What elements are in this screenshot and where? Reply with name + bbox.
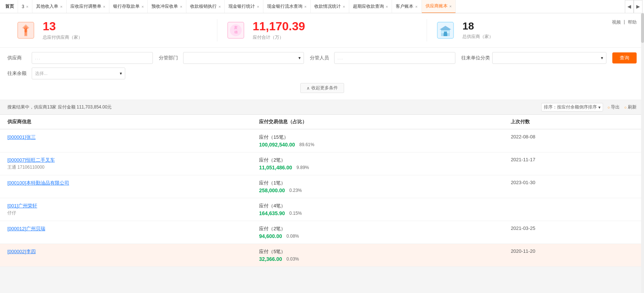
table-row: [000002]李四 应付 （5笔） 32,366.00 0.03% 2020-… [0, 244, 644, 267]
supplier-link[interactable]: [001]广州荣轩 [7, 203, 259, 209]
nav-tab-1[interactable]: 3 × [18, 0, 32, 13]
supplier-link[interactable]: [000002]李四 [7, 248, 259, 255]
nav-tab-overdue[interactable]: 超期应收款查询 × [349, 0, 392, 13]
tx-count: （15笔） [269, 134, 288, 141]
last-pay-cell: 2021-03-25 [511, 225, 637, 231]
supplier-input[interactable]: ... [32, 52, 153, 64]
top-right-links: 视频 | 帮助 [612, 19, 637, 25]
video-link[interactable]: 视频 [612, 19, 621, 25]
stat-payable-suppliers: ¥ 13 总应付供应商（家） [7, 19, 217, 41]
nav-tab-customer-ledger[interactable]: 客户账本 × [392, 0, 421, 13]
table-row: [000001]张三 应付 （15笔） 100,092,540.00 89.61… [0, 130, 644, 152]
col-supplier-info: 供应商信息 [7, 118, 259, 125]
close-icon[interactable]: × [180, 4, 182, 9]
col-last-payment: 上次付数 [511, 118, 637, 125]
transaction-cell: 应付 （2笔） 94,600.00 0.08% [259, 225, 511, 239]
last-pay-date: 2021-03-25 [511, 225, 535, 231]
transaction-cell: 应付 （15笔） 100,092,540.00 89.61% [259, 134, 511, 148]
table-row: [000007]恒旺二手叉车 王通 17106110000 应付 （2笔） 11… [0, 152, 644, 175]
last-pay-cell: 2022-08-08 [511, 134, 637, 139]
tx-percent: 89.61% [300, 142, 315, 147]
search-button[interactable]: 查询 [612, 52, 637, 63]
nav-tab-customer-ledger-label: 客户账本 [396, 3, 413, 10]
supplier-link[interactable]: [000007]恒旺二手叉车 [7, 157, 259, 163]
tx-label: 应付 [259, 225, 269, 232]
collapse-button[interactable]: ∧ 收起更多条件 [300, 83, 344, 93]
close-icon[interactable]: × [304, 4, 307, 9]
stat-supplier-number: 18 [462, 21, 493, 32]
results-summary: 搜索结果中，供应商13家 应付金额 111,703,854.00元 [7, 104, 112, 110]
nav-next-button[interactable]: ▶ [634, 0, 643, 13]
close-icon[interactable]: × [343, 4, 345, 9]
help-link[interactable]: 帮助 [628, 19, 637, 25]
chevron-down-icon: ▾ [298, 55, 301, 61]
close-icon[interactable]: × [415, 4, 417, 9]
nav-tab-cash-bank-stat[interactable]: 现金银行统计 × [225, 0, 263, 13]
close-icon[interactable]: × [218, 4, 221, 9]
filter-dept: 分管部门 ▾ [159, 52, 304, 64]
nav-tab-prepay-label: 预收冲应收单 [151, 3, 178, 10]
supplier-link[interactable]: [000012]广州贝瑞 [7, 225, 259, 232]
svg-text:穗: 穗 [234, 30, 237, 34]
supplier-link[interactable]: [000100]本特勤油品有限公司 [7, 180, 259, 186]
filter-person: 分管人员 ... [310, 52, 455, 64]
tx-percent: 0.23% [289, 188, 302, 193]
tx-count: （5笔） [269, 248, 286, 255]
table-row: [000100]本特勤油品有限公司 应付 （1笔） 258,000.00 0.2… [0, 175, 644, 198]
nav-tab-collection-stat[interactable]: 收款情况统计 × [311, 0, 349, 13]
last-pay-date: 2022-08-08 [511, 134, 535, 139]
supplier-info-cell: [000012]广州贝瑞 [7, 225, 259, 232]
tx-count: （2笔） [269, 157, 286, 163]
nav-tab-collection-stat-label: 收款情况统计 [314, 3, 341, 10]
transaction-cell: 应付 （5笔） 32,366.00 0.03% [259, 248, 511, 262]
svg-rect-12 [441, 31, 444, 33]
close-icon[interactable]: × [60, 4, 62, 9]
tx-amount[interactable]: 100,092,540.00 [259, 142, 295, 148]
nav-tab-prepay[interactable]: 预收冲应收单 × [148, 0, 186, 13]
table-row: [001]广州荣轩 仔仔 应付 （4笔） 164,635.90 0.15% [0, 198, 644, 221]
nav-home[interactable]: 首页 [1, 0, 18, 13]
supplier-link[interactable]: [000001]张三 [7, 134, 259, 141]
total-supplier-icon [434, 19, 456, 41]
category-select[interactable]: ▾ [492, 52, 607, 64]
stat-supplier-info: 18 总供应商（家） [462, 21, 493, 40]
supplier-payable-icon: ¥ [15, 19, 37, 41]
svg-text:¥: ¥ [24, 27, 28, 34]
svg-rect-13 [447, 31, 449, 33]
last-pay-cell: 2020-11-20 [511, 248, 637, 254]
nav-tab-cash-flow-label: 现金银行流水查询 [267, 3, 302, 10]
stat-payable-total: 麦 穗 11,170.39 应付合计（万） [217, 19, 427, 41]
nav-tab-cash-flow[interactable]: 现金银行流水查询 × [263, 0, 311, 13]
nav-tab-adjustment[interactable]: 应收应付调整单 × [67, 0, 109, 13]
dept-select[interactable]: ▾ [183, 52, 304, 64]
tx-amount[interactable]: 258,000.00 [259, 187, 285, 193]
balance-select[interactable]: 选择... ▾ [32, 68, 125, 79]
nav-tab-bank-deposit[interactable]: 银行存取款单 × [109, 0, 148, 13]
tx-amount[interactable]: 32,366.00 [259, 256, 282, 262]
separator: | [624, 19, 625, 25]
scrollbar-track[interactable] [641, 13, 644, 267]
tx-amount[interactable]: 11,051,486.00 [259, 165, 292, 170]
refresh-button[interactable]: 刷新 [624, 104, 637, 110]
nav-prev-button[interactable]: ◀ [625, 0, 634, 13]
nav-tab-payment[interactable]: 收款核销执行 × [186, 0, 225, 13]
close-icon[interactable]: × [26, 4, 28, 9]
tx-label: 应付 [259, 134, 269, 141]
tx-amount[interactable]: 94,600.00 [259, 233, 282, 239]
close-icon[interactable]: × [386, 4, 388, 9]
nav-tab-other-income[interactable]: 其他收入单 × [32, 0, 66, 13]
stats-header: ¥ 13 总应付供应商（家） 麦 穗 11,170.39 应付合计（万） [0, 13, 644, 48]
sort-label: 排序：按应付余额倒序排序 [544, 104, 597, 110]
export-button[interactable]: 导出 [608, 104, 620, 110]
nav-tab-other-income-label: 其他收入单 [36, 3, 58, 10]
close-icon[interactable]: × [449, 4, 452, 8]
nav-tab-cash-bank-stat-label: 现金银行统计 [228, 3, 255, 10]
scrollbar-thumb[interactable] [641, 13, 644, 43]
person-input[interactable]: ... [334, 52, 455, 64]
sort-select[interactable]: 排序：按应付余额倒序排序 ▾ [541, 103, 603, 111]
nav-tab-supplier-ledger[interactable]: 供应商账本 × [422, 0, 456, 13]
close-icon[interactable]: × [103, 4, 105, 9]
tx-amount[interactable]: 164,635.90 [259, 210, 285, 216]
close-icon[interactable]: × [257, 4, 259, 9]
close-icon[interactable]: × [141, 4, 144, 9]
